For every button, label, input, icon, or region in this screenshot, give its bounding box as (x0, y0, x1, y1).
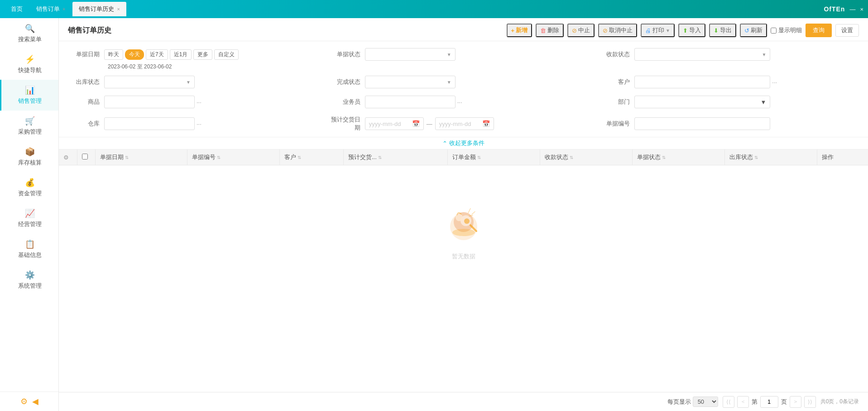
date-filter-label: 单据日期 (68, 50, 104, 58)
bill-status-label: 单据状态 (329, 50, 365, 58)
product-input[interactable] (104, 96, 195, 108)
sidebar-item-search-menu-label: 搜索菜单 (18, 35, 42, 44)
today-btn[interactable]: 今天 (125, 49, 144, 60)
payment-sort-control[interactable]: 收款状态 ⇅ (545, 153, 628, 161)
refresh-label: 刷新 (751, 26, 762, 34)
display-columns-checkbox[interactable] (771, 28, 777, 34)
last7-btn[interactable]: 近7天 (146, 49, 168, 60)
new-button[interactable]: + 新增 (507, 24, 532, 37)
sidebar-settings-icon[interactable]: ⚙ (20, 396, 28, 406)
sidebar-item-inventory-check-label: 库存核算 (18, 159, 42, 167)
empty-row: 暂无数据 (59, 165, 868, 297)
bill-status-sort-control[interactable]: 单据状态 ⇅ (637, 153, 720, 161)
date-range-row: 2023-06-02 至 2023-06-02 (59, 63, 868, 73)
delete-button[interactable]: 🗑 删除 (536, 24, 564, 37)
select-all-checkbox[interactable] (82, 154, 88, 160)
next-page-btn[interactable]: ＞ (790, 396, 801, 408)
customer-dots-icon[interactable]: ··· (770, 79, 779, 86)
last1m-btn[interactable]: 近1月 (170, 49, 192, 60)
window-minimize[interactable]: — (849, 6, 855, 13)
outbound-sort-control[interactable]: 出库状态 ⇅ (729, 153, 812, 161)
warehouse-dots-icon[interactable]: ··· (195, 121, 203, 127)
salesperson-dots-icon[interactable]: ··· (456, 99, 464, 106)
filter-section: 单据日期 昨天 今天 近7天 近1月 更多 自定义 单据状态 (59, 41, 868, 150)
export-icon: ⬇ (714, 27, 719, 34)
order-number-input[interactable] (634, 117, 770, 130)
date-sort-control[interactable]: 单据日期 ⇅ (100, 153, 183, 161)
print-button[interactable]: 🖨 打印 ▼ (641, 24, 675, 37)
import-icon: ⬆ (683, 27, 688, 34)
date-sort-icon: ⇅ (125, 155, 129, 160)
yesterday-btn[interactable]: 昨天 (104, 49, 123, 60)
sidebar-item-basic-info[interactable]: 📋 基础信息 (0, 234, 58, 265)
tab-sales-order-history-label: 销售订单历史 (79, 5, 114, 13)
more-btn[interactable]: 更多 (193, 49, 212, 60)
completion-status-select[interactable]: ▼ (365, 76, 456, 88)
sidebar-item-operations-mgmt[interactable]: 📈 经营管理 (0, 203, 58, 234)
last-page-btn[interactable]: ⟩⟩ (804, 396, 816, 408)
delivery-date-start[interactable]: yyyy-mm-dd 📅 (365, 117, 424, 130)
tab-sales-order-close[interactable]: × (62, 6, 65, 12)
outbound-status-select[interactable]: ▼ (104, 76, 195, 88)
tab-bar: 首页 销售订单 × 销售订单历史 × (5, 2, 824, 16)
page-number-input[interactable] (760, 396, 778, 408)
import-button[interactable]: ⬆ 导入 (678, 24, 705, 37)
export-button[interactable]: ⬇ 导出 (709, 24, 736, 37)
per-page-dropdown[interactable]: 50 100 200 (693, 396, 718, 407)
th-expected-delivery-label: 预计交货... (348, 153, 377, 161)
sidebar-item-sales-mgmt[interactable]: 📊 销售管理 (0, 80, 58, 111)
salesperson-input[interactable] (365, 96, 456, 108)
outbound-status-arrow-icon: ▼ (186, 80, 191, 85)
collapse-filter-btn[interactable]: ⌃ 收起更多条件 (59, 137, 868, 149)
th-payment-status-label: 收款状态 (545, 153, 568, 161)
customer-sort-control[interactable]: 客户 ⇅ (284, 153, 339, 161)
tab-home[interactable]: 首页 (5, 2, 29, 16)
th-outbound-status: 出库状态 ⇅ (724, 150, 817, 165)
per-page-label: 每页显示 (667, 398, 691, 406)
first-page-btn[interactable]: ⟨⟨ (723, 396, 734, 408)
bill-status-arrow-icon: ▼ (447, 52, 451, 57)
setting-button[interactable]: 设置 (835, 24, 859, 37)
custom-btn[interactable]: 自定义 (214, 49, 239, 60)
delivery-date-label: 预计交货日期 (329, 116, 365, 132)
stop-button[interactable]: ⊘ 中止 (567, 24, 595, 37)
sidebar-collapse-icon[interactable]: ◀ (32, 396, 38, 406)
column-settings-icon[interactable]: ⚙ (63, 154, 69, 161)
new-label: 新增 (516, 26, 528, 34)
th-bill-status: 单据状态 ⇅ (632, 150, 724, 165)
number-sort-icon: ⇅ (217, 155, 221, 160)
filter-row-1: 单据日期 昨天 今天 近7天 近1月 更多 自定义 单据状态 (59, 46, 868, 63)
query-button[interactable]: 查询 (806, 24, 832, 37)
customer-input[interactable] (634, 76, 770, 88)
number-sort-control[interactable]: 单据编号 ⇅ (192, 153, 275, 161)
delivery-date-end[interactable]: yyyy-mm-dd 📅 (435, 117, 494, 130)
amount-sort-control[interactable]: 订单金额 ⇅ (452, 153, 535, 161)
tab-sales-order-history-close[interactable]: × (117, 6, 120, 12)
tab-sales-order[interactable]: 销售订单 × (30, 2, 72, 16)
sidebar-item-search-menu[interactable]: 🔍 搜索菜单 (0, 18, 58, 49)
prev-page-btn[interactable]: ＜ (737, 396, 749, 408)
window-close[interactable]: × (860, 6, 863, 13)
cancel-stop-icon: ⊘ (603, 27, 608, 34)
filter-warehouse-cell: 仓库 ··· (59, 113, 329, 134)
department-select[interactable]: ▼ (634, 96, 770, 108)
sidebar-item-quick-nav-label: 快捷导航 (18, 66, 42, 74)
sidebar-item-system-mgmt[interactable]: ⚙️ 系统管理 (0, 265, 58, 295)
th-actions-label: 操作 (822, 154, 834, 160)
filter-delivery-date-cell: 预计交货日期 yyyy-mm-dd 📅 — yyyy-mm-dd 📅 (329, 113, 599, 134)
sidebar-item-purchase-mgmt[interactable]: 🛒 采购管理 (0, 111, 58, 141)
warehouse-label: 仓库 (68, 120, 104, 128)
product-dots-icon[interactable]: ··· (195, 99, 203, 106)
sidebar-item-quick-nav[interactable]: ⚡ 快捷导航 (0, 49, 58, 80)
sidebar-item-inventory-check[interactable]: 📦 库存核算 (0, 141, 58, 172)
filter-row-3: 商品 ··· 业务员 ··· 部门 ▼ (59, 93, 868, 111)
table-header-row: ⚙ 单据日期 ⇅ 单据编号 (59, 150, 868, 165)
refresh-button[interactable]: ↺ 刷新 (740, 24, 767, 37)
bill-status-select[interactable]: ▼ (365, 48, 456, 61)
sidebar-item-capital-mgmt[interactable]: 💰 资金管理 (0, 172, 58, 203)
tab-sales-order-history[interactable]: 销售订单历史 × (72, 2, 126, 16)
warehouse-input[interactable] (104, 117, 195, 130)
delivery-sort-control[interactable]: 预计交货... ⇅ (348, 153, 443, 161)
cancel-stop-button[interactable]: ⊘ 取消中止 (598, 24, 637, 37)
payment-status-select[interactable]: ▼ (634, 48, 770, 61)
